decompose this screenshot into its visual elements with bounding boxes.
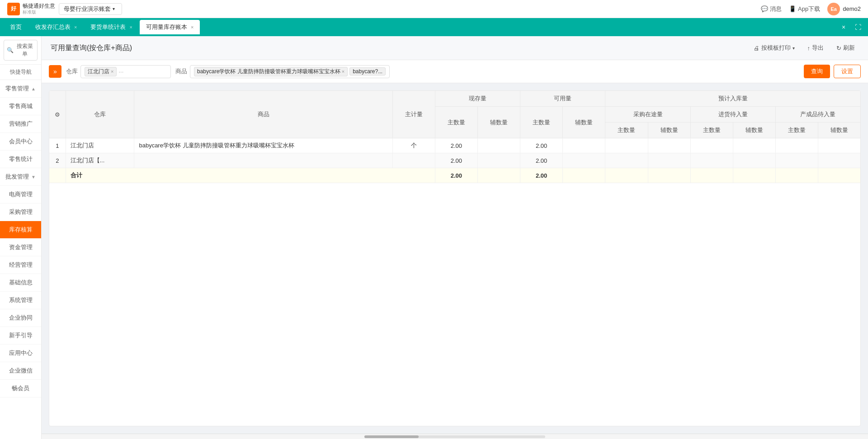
sidebar-item-purchase[interactable]: 采购管理 <box>0 203 41 221</box>
tab-stock[interactable]: 可用量库存账本 × <box>140 20 200 34</box>
tab-order[interactable]: 要货单统计表 × <box>84 20 138 34</box>
filter-expand-button[interactable]: » <box>49 65 61 78</box>
th-production-aux: 辅数量 <box>818 123 860 138</box>
td-footer-stock-aux <box>477 168 520 183</box>
filter-action-buttons: 查询 设置 <box>804 65 861 78</box>
settings-button[interactable]: 设置 <box>834 65 861 78</box>
th-incoming-main: 主数量 <box>690 123 733 138</box>
td-footer-available-main: 2.00 <box>520 168 563 183</box>
td-purchase-aux <box>648 153 690 168</box>
close-tab-order[interactable]: × <box>129 24 132 30</box>
remove-warehouse-tag[interactable]: × <box>111 69 113 74</box>
data-table: ⚙ 仓库 商品 主计量 现存量 <box>49 91 860 183</box>
export-icon: ↑ <box>807 45 811 52</box>
refresh-icon: ↻ <box>836 45 841 52</box>
th-production-group: 产成品待入量 <box>775 107 860 123</box>
warehouse-tag: 江北门店 × <box>85 67 117 76</box>
app-download-button[interactable]: 📱 App下载 <box>789 5 820 13</box>
product-input[interactable]: babycare学饮杯 儿童防摔防撞吸管杯重力球吸嘴杯宝宝水杯 × babyca… <box>190 65 390 78</box>
fullscreen-button[interactable]: ⛶ <box>852 21 864 33</box>
close-tab-stock[interactable]: × <box>191 24 193 30</box>
th-available-group: 可用量 <box>520 91 605 107</box>
logo-text: 畅捷通好生意 标准版 <box>23 3 55 14</box>
sidebar-item-finance[interactable]: 资金管理 <box>0 239 41 256</box>
user-area[interactable]: Ea demo2 <box>827 3 861 15</box>
td-footer-empty <box>49 168 66 183</box>
warehouse-input[interactable]: 江北门店 × ··· <box>80 65 171 78</box>
td-footer-stock-main: 2.00 <box>435 168 477 183</box>
td-production-aux <box>818 153 860 168</box>
industry-selector[interactable]: 母婴行业演示账套 ▾ <box>59 3 122 15</box>
td-available-main: 2.00 <box>520 153 563 168</box>
sidebar-item-inventory[interactable]: 库存核算 <box>0 221 41 239</box>
sidebar-item-marketing[interactable]: 营销推广 <box>0 115 41 133</box>
th-purchase-main: 主数量 <box>605 123 648 138</box>
th-purchase-group: 采购在途量 <box>605 107 690 123</box>
sidebar-item-member[interactable]: 畅会员 <box>0 380 41 397</box>
sidebar-item-retail-stats[interactable]: 零售统计 <box>0 151 41 168</box>
print-button[interactable]: 🖨 按模板打印 ▾ <box>750 42 799 54</box>
td-available-main: 2.00 <box>520 138 563 153</box>
table-body: 1 江北门店 babycare学饮杯 儿童防摔防撞吸管杯重力球吸嘴杯宝宝水杯 个… <box>49 138 860 168</box>
sidebar-item-operations[interactable]: 经营管理 <box>0 256 41 274</box>
product-tag-1: babycare学饮杯 儿童防摔防撞吸管杯重力球吸嘴杯宝宝水杯 × <box>194 67 348 76</box>
sidebar-item-system[interactable]: 系统管理 <box>0 292 41 309</box>
td-incoming-main <box>690 153 733 168</box>
td-stock-aux <box>477 138 520 153</box>
sidebar-item-wechat[interactable]: 企业微信 <box>0 362 41 380</box>
page-title: 可用量查询(按仓库+商品) <box>51 43 132 53</box>
footer-row: 合计 2.00 2.00 <box>49 168 860 183</box>
bottom-scrollbar[interactable] <box>42 434 868 439</box>
table-row: 1 江北门店 babycare学饮杯 儿童防摔防撞吸管杯重力球吸嘴杯宝宝水杯 个… <box>49 138 860 153</box>
query-button[interactable]: 查询 <box>804 65 830 78</box>
main-layout: 🔍 搜索菜单 快捷导航 零售管理 ▲ 零售商城 营销推广 会员中心 零售统计 批… <box>0 36 868 439</box>
product-label: 商品 <box>175 67 187 76</box>
tab-home[interactable]: 首页 <box>4 20 28 34</box>
message-button[interactable]: 💬 消息 <box>761 5 782 13</box>
export-button[interactable]: ↑ 导出 <box>803 42 828 54</box>
th-product: 商品 <box>134 91 392 138</box>
message-icon: 💬 <box>761 5 768 12</box>
td-production-main <box>775 153 818 168</box>
sidebar-item-ecommerce[interactable]: 电商管理 <box>0 186 41 203</box>
th-purchase-aux: 辅数量 <box>648 123 690 138</box>
sidebar-item-member-center[interactable]: 会员中心 <box>0 133 41 151</box>
refresh-button[interactable]: ↻ 刷新 <box>832 42 859 54</box>
td-production-main <box>775 138 818 153</box>
search-menu-button[interactable]: 🔍 搜索菜单 <box>4 40 38 61</box>
th-stock-group: 现存量 <box>435 91 520 107</box>
tab-receive[interactable]: 收发存汇总表 × <box>29 20 83 34</box>
td-footer-purchase-aux <box>648 168 690 183</box>
warehouse-filter-group: 仓库 江北门店 × ··· <box>66 65 171 78</box>
product-tag-2: babycare?... <box>349 67 386 76</box>
td-footer-incoming-main <box>690 168 733 183</box>
td-footer-production-main <box>775 168 818 183</box>
th-stock-aux: 辅数量 <box>477 107 520 138</box>
sidebar-item-collab[interactable]: 企业协同 <box>0 309 41 327</box>
th-inbound-group: 预计入库量 <box>605 91 860 107</box>
th-incoming-group: 进货待入量 <box>690 107 775 123</box>
warehouse-label: 仓库 <box>66 67 78 76</box>
sidebar-search-area: 🔍 搜索菜单 <box>0 36 41 65</box>
filter-area: » 仓库 江北门店 × ··· 商品 babycare学饮杯 儿童防摔防撞吸管杯… <box>42 60 868 83</box>
sidebar: 🔍 搜索菜单 快捷导航 零售管理 ▲ 零售商城 营销推广 会员中心 零售统计 批… <box>0 36 42 439</box>
td-index: 2 <box>49 153 66 168</box>
remove-product-tag-1[interactable]: × <box>342 69 344 74</box>
sidebar-item-app-center[interactable]: 应用中心 <box>0 345 41 362</box>
close-tab-receive[interactable]: × <box>74 24 77 30</box>
sidebar-item-wholesale[interactable]: 批发管理 ▼ <box>0 168 41 186</box>
sidebar-item-basic-info[interactable]: 基础信息 <box>0 274 41 292</box>
scrollbar-thumb[interactable] <box>364 435 419 438</box>
chevron-icon: ▼ <box>31 175 36 179</box>
nav-tabs: 首页 收发存汇总表 × 要货单统计表 × 可用量库存账本 × × ⛶ <box>0 18 868 36</box>
close-all-button[interactable]: × <box>837 21 850 33</box>
page-actions: 🖨 按模板打印 ▾ ↑ 导出 ↻ 刷新 <box>750 42 859 54</box>
quick-nav-button[interactable]: 快捷导航 <box>0 65 41 80</box>
sidebar-item-retail-mgmt[interactable]: 零售管理 ▲ <box>0 80 41 98</box>
td-product: babycare学饮杯 儿童防摔防撞吸管杯重力球吸嘴杯宝宝水杯 <box>134 138 392 153</box>
table-row: 2 江北门店【... 2.00 2.00 <box>49 153 860 168</box>
th-settings[interactable]: ⚙ <box>49 91 66 138</box>
sidebar-item-retail-mall[interactable]: 零售商城 <box>0 98 41 115</box>
td-production-aux <box>818 138 860 153</box>
sidebar-item-guide[interactable]: 新手引导 <box>0 327 41 345</box>
